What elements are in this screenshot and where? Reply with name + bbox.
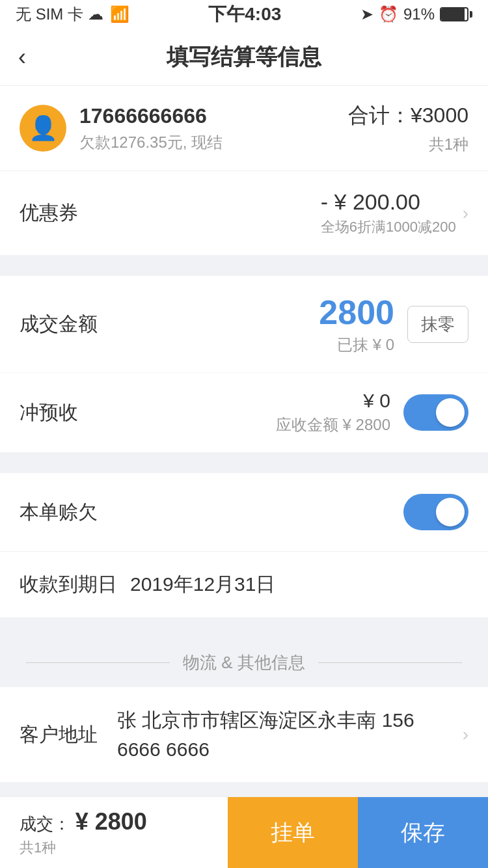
- coupon-discount: - ¥ 200.00: [321, 189, 456, 215]
- status-left: 无 SIM 卡 ☁ 📶: [16, 4, 129, 25]
- deal-amount: 2800: [319, 293, 394, 332]
- prepay-amount-wrap: ¥ 0 应收金额 ¥ 2800: [276, 390, 390, 435]
- sheqian-section: 本单赊欠 收款到期日 2019年12月31日: [0, 473, 488, 617]
- deal-amount-row: 成交金额 2800 已抹 ¥ 0 抹零: [0, 276, 488, 373]
- deal-label: 成交金额: [20, 311, 98, 338]
- logistics-label: 物流 & 其他信息: [183, 651, 305, 674]
- status-time: 下午4:03: [208, 2, 281, 27]
- logistics-line-right: [318, 662, 462, 663]
- customer-row: 👤 17666666666 欠款1276.35元, 现结 合计：¥3000 共1…: [0, 86, 488, 170]
- total-count: 共1种: [348, 134, 468, 155]
- nav-bar: ‹ 填写结算等信息: [0, 29, 488, 86]
- alarm-icon: ⏰: [379, 5, 398, 23]
- battery-percent: 91%: [403, 5, 435, 23]
- logistics-divider: 物流 & 其他信息: [0, 638, 488, 687]
- duedate-row: 收款到期日 2019年12月31日: [0, 551, 488, 617]
- bottom-deal-label: 成交：: [20, 814, 70, 834]
- bottom-bar: 成交： ¥ 2800 共1种 挂单 保存: [0, 796, 488, 868]
- coupon-right: - ¥ 200.00 全场6折满1000减200 ›: [321, 189, 468, 237]
- address-label: 客户地址: [20, 722, 98, 748]
- coupon-value: - ¥ 200.00 全场6折满1000减200: [321, 189, 456, 237]
- sheqian-toggle[interactable]: [403, 494, 468, 530]
- total-amount: 合计：¥3000: [348, 102, 468, 130]
- location-icon: ➤: [360, 5, 373, 23]
- coupon-row[interactable]: 优惠券 - ¥ 200.00 全场6折满1000减200 ›: [0, 170, 488, 255]
- prepay-toggle[interactable]: [403, 394, 468, 431]
- customer-total: 合计：¥3000 共1种: [348, 102, 468, 155]
- logistics-line-left: [26, 662, 170, 663]
- back-button[interactable]: ‹: [18, 44, 26, 71]
- address-chevron-icon: ›: [463, 724, 468, 745]
- divider-3: [0, 628, 488, 638]
- coupon-desc: 全场6折满1000减200: [321, 217, 456, 237]
- customer-debt: 欠款1276.35元, 现结: [79, 132, 348, 153]
- deal-sub: 已抹 ¥ 0: [319, 334, 394, 355]
- avatar: 👤: [20, 105, 66, 152]
- deal-value-right: 2800 已抹 ¥ 0 抹零: [319, 293, 468, 355]
- address-value: 张 北京市市辖区海淀区永丰南 156 6666 6666: [117, 705, 456, 764]
- status-bar: 无 SIM 卡 ☁ 📶 下午4:03 ➤ ⏰ 91%: [0, 0, 488, 29]
- customer-card: 👤 17666666666 欠款1276.35元, 现结 合计：¥3000 共1…: [0, 86, 488, 255]
- divider-1: [0, 265, 488, 276]
- sheqian-row: 本单赊欠: [0, 473, 488, 551]
- prepay-amount: ¥ 0: [276, 390, 390, 412]
- duedate-label: 收款到期日: [20, 571, 117, 598]
- battery-icon: [440, 7, 472, 21]
- bottom-deal-row: 成交： ¥ 2800: [20, 808, 208, 835]
- deal-amount-wrap: 2800 已抹 ¥ 0: [319, 293, 394, 355]
- chevron-right-icon: ›: [463, 203, 468, 224]
- bottom-summary: 成交： ¥ 2800 共1种: [0, 808, 228, 858]
- deal-section: 成交金额 2800 已抹 ¥ 0 抹零 冲预收 ¥ 0 应收金额 ¥ 2800: [0, 276, 488, 452]
- status-right: ➤ ⏰ 91%: [360, 5, 472, 23]
- address-row[interactable]: 客户地址 张 北京市市辖区海淀区永丰南 156 6666 6666 ›: [0, 687, 488, 782]
- wifi-icon: 📶: [110, 5, 129, 23]
- sheqian-label: 本单赊欠: [20, 499, 98, 526]
- bottom-count: 共1种: [20, 838, 208, 858]
- save-button[interactable]: 保存: [358, 797, 488, 869]
- customer-phone: 17666666666: [79, 104, 348, 128]
- address-card: 客户地址 张 北京市市辖区海淀区永丰南 156 6666 6666 ›: [0, 687, 488, 782]
- customer-info: 17666666666 欠款1276.35元, 现结: [79, 104, 348, 153]
- prepay-row: 冲预收 ¥ 0 应收金额 ¥ 2800: [0, 373, 488, 452]
- page-title: 填写结算等信息: [167, 42, 321, 72]
- divider-2: [0, 463, 488, 473]
- prepay-sub: 应收金额 ¥ 2800: [276, 414, 390, 435]
- signal-text: 无 SIM 卡 ☁: [16, 4, 103, 25]
- content: 👤 17666666666 欠款1276.35元, 现结 合计：¥3000 共1…: [0, 86, 488, 868]
- maling-button[interactable]: 抹零: [407, 306, 468, 343]
- bottom-deal-amount: ¥ 2800: [75, 808, 147, 835]
- hang-button[interactable]: 挂单: [228, 797, 358, 869]
- prepay-value-right: ¥ 0 应收金额 ¥ 2800: [276, 390, 468, 435]
- duedate-value: 2019年12月31日: [130, 571, 275, 598]
- coupon-label: 优惠券: [20, 200, 78, 226]
- prepay-label: 冲预收: [20, 400, 78, 426]
